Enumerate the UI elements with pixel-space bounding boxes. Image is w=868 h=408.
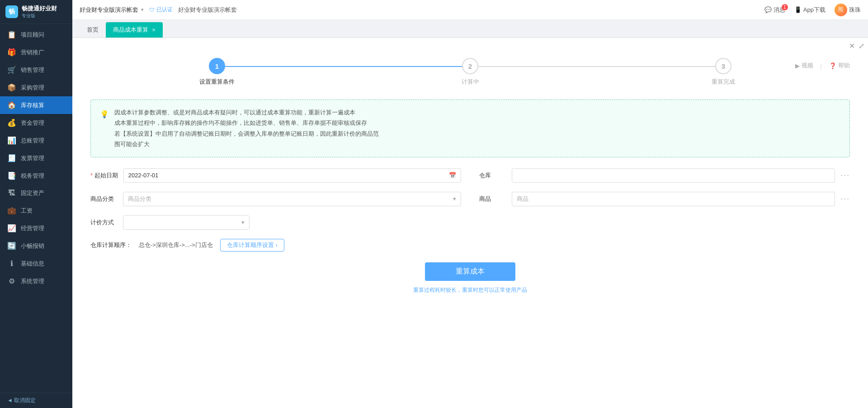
tab-recalc[interactable]: 商品成本重算 × <box>106 22 163 38</box>
sidebar-item-inventory[interactable]: 🏠库存核算 <box>0 96 72 114</box>
phone-icon: 📱 <box>794 6 802 13</box>
info-line1: 因成本计算参数调整、或是对商品成本有疑问时，可以通过成本重算功能，重新计算一遍成… <box>114 107 379 118</box>
expand-window-btn[interactable]: ⤢ <box>859 42 864 50</box>
category-label: 商品分类 <box>90 195 118 203</box>
sidebar-item-purchase[interactable]: 📦采购管理 <box>0 79 72 96</box>
sidebar-item-label: 资金管理 <box>21 119 44 127</box>
assets-icon: 🏗 <box>7 189 16 197</box>
warehouse-label: 仓库 <box>479 171 506 180</box>
recalc-tip: 重算过程耗时较长，重算时您可以正常使用产品 <box>413 286 527 294</box>
account-chevron-icon: ▾ <box>141 7 144 13</box>
sidebar-item-accounting[interactable]: 📊总账管理 <box>0 132 72 149</box>
sidebar-item-finance[interactable]: 💰资金管理 <box>0 114 72 132</box>
system-icon: ⚙ <box>7 277 16 285</box>
warehouse-order-value: 总仓->深圳仓库->...->门店仓 <box>139 241 213 249</box>
topbar-actions: 💬 消息 1 📱 App下载 熊 珠珠 <box>764 4 861 16</box>
salary-icon: 💼 <box>7 206 16 215</box>
recalc-btn[interactable]: 重算成本 <box>425 262 515 281</box>
step-3: 3 重算完成 <box>597 58 850 86</box>
sidebar-item-label: 库存核算 <box>21 101 44 109</box>
warehouse-more-icon[interactable]: ··· <box>840 171 850 180</box>
sidebar-item-basic[interactable]: ℹ基础信息 <box>0 255 72 272</box>
sidebar-item-label: 总账管理 <box>21 137 44 145</box>
sidebar: 畅 畅捷通好业财 专业版 📋项目顾问🎁营销推广🛒销售管理📦采购管理🏠库存核算💰资… <box>0 0 72 408</box>
finance-icon: 💰 <box>7 119 16 127</box>
step-3-label: 重算完成 <box>712 78 735 86</box>
tab-recalc-label: 商品成本重算 <box>113 26 148 34</box>
sidebar-item-salary[interactable]: 💼工资 <box>0 202 72 219</box>
sidebar-item-invoice[interactable]: 🧾发票管理 <box>0 149 72 167</box>
sidebar-item-marketing[interactable]: 🎁营销推广 <box>0 43 72 61</box>
category-row: 商品分类 商品分类 ▾ <box>90 192 461 206</box>
sidebar-item-label: 经营管理 <box>21 224 44 232</box>
start-date-row: 起始日期 2022-07-01 📅 <box>90 168 461 183</box>
sales-icon: 🛒 <box>7 66 16 74</box>
chevron-right-icon: › <box>276 242 278 248</box>
warehouse-order-settings-btn[interactable]: 仓库计算顺序设置 › <box>220 239 284 251</box>
project-icon: 📋 <box>7 30 16 39</box>
verified-badge: 🛡 已认证 <box>149 6 173 14</box>
sidebar-item-label: 系统管理 <box>21 277 44 285</box>
tax-icon: 📑 <box>7 171 16 180</box>
sidebar-item-label: 基础信息 <box>21 260 44 268</box>
category-placeholder: 商品分类 <box>128 195 151 203</box>
sidebar-item-label: 发票管理 <box>21 154 44 162</box>
sidebar-item-label: 营销推广 <box>21 48 44 57</box>
step-3-circle: 3 <box>715 58 731 74</box>
pricing-chevron-icon: ▾ <box>241 219 245 226</box>
sidebar-item-system[interactable]: ⚙系统管理 <box>0 272 72 290</box>
category-select[interactable]: 商品分类 ▾ <box>123 192 461 206</box>
topbar: 好业财专业版演示帐套 ▾ 🛡 已认证 好业财专业版演示帐套 💬 消息 1 📱 A… <box>72 0 868 20</box>
sidebar-item-expense[interactable]: 🔄小畅报销 <box>0 237 72 255</box>
app-logo: 畅 <box>5 5 18 18</box>
window-controls: ✕ ⤢ <box>849 42 864 50</box>
category-chevron-icon: ▾ <box>453 195 456 202</box>
messages-btn[interactable]: 💬 消息 1 <box>764 6 785 14</box>
goods-more-icon[interactable]: ··· <box>840 194 850 204</box>
step-1: 1 设置重算条件 <box>90 58 344 86</box>
unpin-label: ◄ 取消固定 <box>7 397 36 404</box>
start-date-input[interactable]: 2022-07-01 📅 <box>123 168 461 183</box>
warehouse-order-label: 仓库计算顺序： <box>90 241 132 249</box>
content-area: ✕ ⤢ ▶ 视频 | ❓ 帮助 1 <box>72 38 868 408</box>
recalc-section: 重算成本 重算过程耗时较长，重算时您可以正常使用产品 <box>90 262 850 294</box>
tab-close-icon[interactable]: × <box>152 26 156 33</box>
sidebar-item-project[interactable]: 📋项目顾问 <box>0 26 72 43</box>
steps-container: ▶ 视频 | ❓ 帮助 1 设置重算条件 2 <box>90 49 850 100</box>
form-grid: 起始日期 2022-07-01 📅 仓库 ··· 商品分类 商品分类 ▾ <box>90 168 850 230</box>
app-title-block: 畅捷通好业财 专业版 <box>22 5 57 19</box>
step-2-circle: 2 <box>462 58 478 74</box>
user-menu[interactable]: 熊 珠珠 <box>835 4 861 16</box>
marketing-icon: 🎁 <box>7 48 16 57</box>
tab-home-label: 首页 <box>87 26 99 33</box>
warehouse-btn-label: 仓库计算顺序设置 <box>227 241 274 249</box>
account-selector[interactable]: 好业财专业版演示帐套 ▾ <box>80 6 144 14</box>
step-2: 2 计算中 <box>344 58 597 86</box>
sidebar-item-operation[interactable]: 📈经营管理 <box>0 219 72 237</box>
sidebar-header: 畅 畅捷通好业财 专业版 <box>0 0 72 24</box>
app-subtitle: 专业版 <box>22 13 57 19</box>
pricing-row: 计价方式 ▾ <box>90 215 850 230</box>
step-2-label: 计算中 <box>462 78 479 86</box>
account-name: 好业财专业版演示帐套 <box>80 6 138 14</box>
expense-icon: 🔄 <box>7 242 16 250</box>
sidebar-item-assets[interactable]: 🏗固定资产 <box>0 185 72 202</box>
purchase-icon: 📦 <box>7 83 16 92</box>
tab-home[interactable]: 首页 <box>80 22 106 38</box>
app-download-btn[interactable]: 📱 App下载 <box>794 6 826 14</box>
pricing-select[interactable]: ▾ <box>123 215 250 230</box>
step-2-num: 2 <box>468 62 472 70</box>
goods-label: 商品 <box>479 195 506 203</box>
goods-input[interactable]: 商品 <box>512 192 835 206</box>
sidebar-item-label: 项目顾问 <box>21 31 44 39</box>
sidebar-unpin[interactable]: ◄ 取消固定 <box>0 393 72 408</box>
sidebar-item-label: 工资 <box>21 207 33 215</box>
warehouse-input[interactable] <box>512 168 835 183</box>
sidebar-item-sales[interactable]: 🛒销售管理 <box>0 61 72 79</box>
invoice-icon: 🧾 <box>7 154 16 162</box>
operation-icon: 📈 <box>7 224 16 232</box>
sidebar-item-tax[interactable]: 📑税务管理 <box>0 167 72 185</box>
sidebar-item-label: 采购管理 <box>21 84 44 92</box>
tabbar: 首页 商品成本重算 × <box>72 20 868 38</box>
verified-text: 已认证 <box>156 6 173 14</box>
